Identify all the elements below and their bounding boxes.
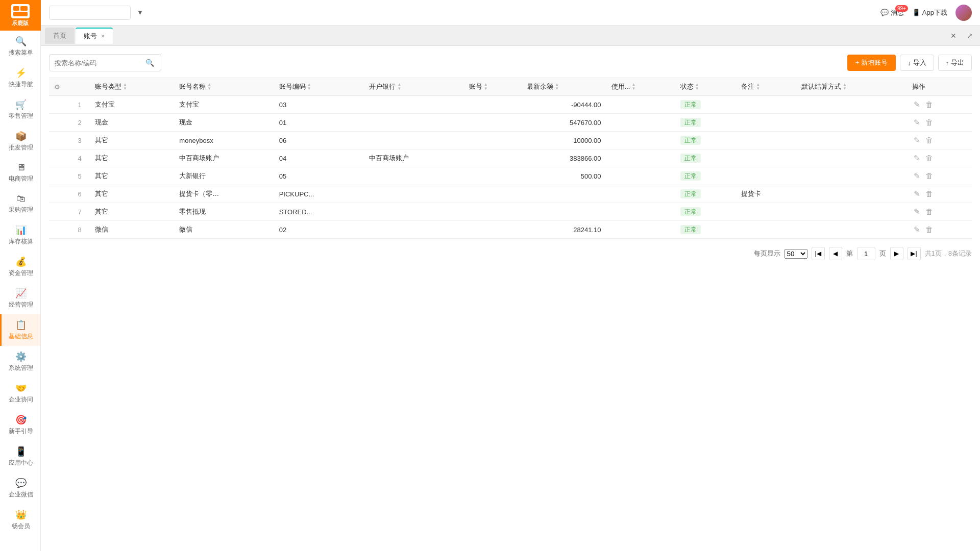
import-icon: ↓ xyxy=(908,59,911,67)
status-badge: 正常 xyxy=(680,136,701,145)
app-download-button[interactable]: 📱 App下载 xyxy=(912,8,947,17)
user-avatar[interactable] xyxy=(955,5,972,21)
edit-button[interactable]: ✎ xyxy=(914,189,920,198)
edit-button[interactable]: ✎ xyxy=(914,118,920,127)
home-tab-label: 首页 xyxy=(53,31,66,40)
wholesale-icon: 📦 xyxy=(15,131,27,142)
page-content: 🔍 + 新增账号 ↓ 导入 ↑ 导出 ⚙ xyxy=(41,46,980,551)
sidebar-item-purchase[interactable]: 🛍 采购管理 xyxy=(0,188,40,219)
col-usage[interactable]: 使用... ▲▼ xyxy=(606,78,675,96)
row-type: 其它 xyxy=(90,132,174,149)
delete-button[interactable]: 🗑 xyxy=(925,225,933,234)
toolbar: 🔍 + 新增账号 ↓ 导入 ↑ 导出 xyxy=(49,54,972,71)
row-status: 正常 xyxy=(675,185,737,203)
tab-account[interactable]: 账号 × xyxy=(76,28,113,44)
col-account[interactable]: 账号 ▲▼ xyxy=(464,78,522,96)
row-status: 正常 xyxy=(675,221,737,239)
delete-button[interactable]: 🗑 xyxy=(925,154,933,162)
table-row: 1 支付宝 支付宝 03 -90444.00 正常 ✎ 🗑 xyxy=(49,96,972,114)
message-button[interactable]: 💬 消息 99+ xyxy=(880,8,904,17)
row-bank xyxy=(364,114,463,132)
edit-button[interactable]: ✎ xyxy=(914,207,920,216)
add-account-button[interactable]: + 新增账号 xyxy=(847,55,896,71)
sidebar-item-member[interactable]: 👑 畅会员 xyxy=(0,504,40,536)
sidebar-item-ecommerce[interactable]: 🖥 电商管理 xyxy=(0,157,40,188)
operations-icon: 📈 xyxy=(15,288,27,299)
sidebar-item-app-center[interactable]: 📱 应用中心 xyxy=(0,441,40,472)
tab-expand-button[interactable]: ⤢ xyxy=(964,30,976,42)
last-page-button[interactable]: ▶| xyxy=(908,247,921,260)
row-status: 正常 xyxy=(675,96,737,114)
sidebar-item-quick-nav[interactable]: ⚡ 快捷导航 xyxy=(0,62,40,94)
delete-button[interactable]: 🗑 xyxy=(925,171,933,180)
purchase-icon: 🛍 xyxy=(16,193,26,204)
top-search-input[interactable] xyxy=(49,6,131,20)
row-status: 正常 xyxy=(675,149,737,167)
dropdown-button[interactable]: ▼ xyxy=(137,9,143,16)
row-default-settlement xyxy=(796,149,907,167)
sort-balance-icon: ▲▼ xyxy=(555,83,559,91)
sidebar-item-guide[interactable]: 🎯 新手引导 xyxy=(0,409,40,441)
row-actions: ✎ 🗑 xyxy=(907,114,972,132)
delete-button[interactable]: 🗑 xyxy=(925,207,933,216)
sidebar-item-wholesale[interactable]: 📦 批发管理 xyxy=(0,126,40,157)
sidebar-item-operations[interactable]: 📈 经营管理 xyxy=(0,283,40,314)
col-type[interactable]: 账号类型 ▲▼ xyxy=(90,78,174,96)
col-default-settlement-label: 默认结算方式 xyxy=(801,82,841,91)
col-name[interactable]: 账号名称 ▲▼ xyxy=(174,78,274,96)
col-status[interactable]: 状态 ▲▼ xyxy=(675,78,737,96)
page-input[interactable] xyxy=(857,247,875,260)
system-icon: ⚙️ xyxy=(15,351,27,362)
tab-close-button[interactable]: × xyxy=(101,33,105,39)
sidebar-item-basic[interactable]: 📋 基础信息 xyxy=(0,314,40,346)
next-page-button[interactable]: ▶ xyxy=(890,247,903,260)
inventory-icon: 📊 xyxy=(15,224,27,236)
edit-button[interactable]: ✎ xyxy=(914,154,920,162)
sidebar-item-system[interactable]: ⚙️ 系统管理 xyxy=(0,346,40,378)
delete-button[interactable]: 🗑 xyxy=(925,118,933,127)
edit-button[interactable]: ✎ xyxy=(914,171,920,180)
sidebar-item-retail[interactable]: 🛒 零售管理 xyxy=(0,94,40,126)
status-badge: 正常 xyxy=(680,100,701,109)
sidebar-item-label: 采购管理 xyxy=(9,206,33,214)
sidebar-item-finance[interactable]: 💰 资金管理 xyxy=(0,251,40,283)
edit-button[interactable]: ✎ xyxy=(914,100,920,109)
tab-close-all-button[interactable]: ✕ xyxy=(947,30,960,42)
prev-page-button[interactable]: ◀ xyxy=(829,247,842,260)
sidebar-item-label: 畅会员 xyxy=(12,522,30,531)
row-bank xyxy=(364,132,463,149)
delete-button[interactable]: 🗑 xyxy=(925,189,933,198)
col-code-label: 账号编码 xyxy=(279,82,306,91)
first-page-button[interactable]: |◀ xyxy=(812,247,825,260)
settings-icon[interactable]: ⚙ xyxy=(54,83,60,91)
delete-button[interactable]: 🗑 xyxy=(925,136,933,144)
row-type: 其它 xyxy=(90,185,174,203)
sidebar-item-search[interactable]: 🔍 搜索菜单 xyxy=(0,31,40,62)
sidebar-item-agreement[interactable]: 🤝 企业协同 xyxy=(0,378,40,409)
row-checkbox-cell xyxy=(49,221,69,239)
col-settings[interactable]: ⚙ xyxy=(49,78,69,96)
row-number: 1 xyxy=(69,96,90,114)
col-code[interactable]: 账号编码 ▲▼ xyxy=(274,78,364,96)
row-actions: ✎ 🗑 xyxy=(907,203,972,221)
status-badge: 正常 xyxy=(680,225,701,234)
row-account xyxy=(464,96,522,114)
import-button[interactable]: ↓ 导入 xyxy=(900,55,934,71)
delete-button[interactable]: 🗑 xyxy=(925,100,933,109)
edit-button[interactable]: ✎ xyxy=(914,225,920,234)
col-balance[interactable]: 最新余额 ▲▼ xyxy=(522,78,606,96)
search-input[interactable] xyxy=(50,56,141,70)
col-note[interactable]: 备注 ▲▼ xyxy=(736,78,796,96)
export-button[interactable]: ↑ 导出 xyxy=(938,55,972,71)
col-bank[interactable]: 开户银行 ▲▼ xyxy=(364,78,463,96)
sidebar-item-wechat[interactable]: 💬 企业微信 xyxy=(0,472,40,504)
per-page-select[interactable]: 50 100 200 xyxy=(785,249,807,259)
sidebar-item-inventory[interactable]: 📊 库存核算 xyxy=(0,219,40,251)
row-balance xyxy=(522,185,606,203)
sidebar-item-label: 搜索菜单 xyxy=(9,48,33,57)
tab-home[interactable]: 首页 xyxy=(45,28,75,44)
main-content: ▼ 💬 消息 99+ 📱 App下载 首页 账号 × ✕ ⤢ xyxy=(41,0,980,551)
edit-button[interactable]: ✎ xyxy=(914,136,920,144)
search-button[interactable]: 🔍 xyxy=(141,55,158,71)
col-default-settlement[interactable]: 默认结算方式 ▲▼ xyxy=(796,78,907,96)
